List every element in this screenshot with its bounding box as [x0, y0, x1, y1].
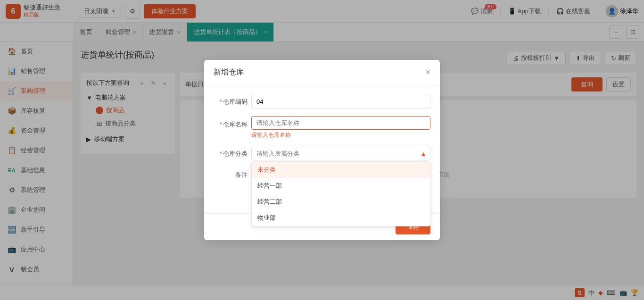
code-input[interactable] [251, 95, 430, 108]
form-row-name-inner: 仓库名称 [214, 116, 430, 130]
category-select-wrap: ▲ 未分类 经营一部 经营二部 物业部 [251, 147, 430, 160]
form-row-name: 仓库名称 请输入仓库名称 [214, 116, 430, 139]
note-label: 备注 [214, 168, 251, 179]
modal-overlay: 新增仓库 × 仓库编码 仓库名称 请输入仓库名称 仓库分类 [0, 0, 644, 300]
dropdown-item-dept1[interactable]: 经营一部 [252, 178, 430, 194]
dropdown-item-dept2[interactable]: 经营二部 [252, 194, 430, 210]
form-row-category: 仓库分类 ▲ 未分类 经营一部 经营二部 [214, 147, 430, 160]
code-label: 仓库编码 [214, 95, 251, 106]
modal-body: 仓库编码 仓库名称 请输入仓库名称 仓库分类 ▲ [204, 85, 440, 213]
category-dropdown: 未分类 经营一部 经营二部 物业部 [251, 161, 430, 226]
category-arrow-icon[interactable]: ▲ [420, 150, 427, 158]
dropdown-item-dept3[interactable]: 物业部 [252, 210, 430, 226]
dropdown-item-uncategorized[interactable]: 未分类 [252, 162, 430, 178]
dropdown-item-dept1-label: 经营一部 [257, 182, 282, 189]
dropdown-item-dept2-label: 经营二部 [257, 198, 282, 205]
modal-close-button[interactable]: × [425, 67, 430, 77]
dropdown-item-dept3-label: 物业部 [257, 214, 276, 221]
modal-header: 新增仓库 × [204, 60, 440, 85]
name-label: 仓库名称 [214, 117, 251, 129]
modal-title: 新增仓库 [214, 67, 244, 77]
category-input[interactable] [251, 147, 430, 160]
category-label: 仓库分类 [214, 147, 251, 158]
add-warehouse-modal: 新增仓库 × 仓库编码 仓库名称 请输入仓库名称 仓库分类 [204, 60, 440, 240]
form-row-code: 仓库编码 [214, 95, 430, 108]
name-error-msg: 请输入仓库名称 [251, 131, 291, 139]
name-input[interactable] [251, 116, 430, 130]
dropdown-item-uncategorized-label: 未分类 [257, 166, 276, 173]
name-error-wrap: 请输入仓库名称 [214, 130, 291, 139]
